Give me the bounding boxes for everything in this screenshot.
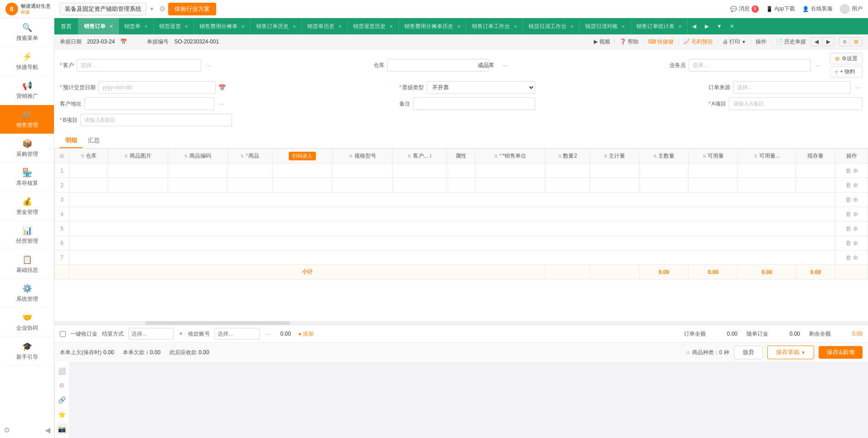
solution-button[interactable]: 体验行业方案	[168, 3, 216, 15]
tab-sales-order[interactable]: 销售订单 ✕	[78, 18, 119, 34]
row-qty2-1[interactable]	[545, 164, 590, 178]
sidebar-item-operations[interactable]: 📊 经营管理	[0, 221, 54, 250]
row-qty2-2[interactable]	[545, 178, 590, 193]
user-item[interactable]: 用户	[840, 4, 863, 14]
copy-btn-7[interactable]: ⊕	[853, 254, 858, 261]
order-source-input[interactable]	[733, 81, 851, 94]
next-record-btn[interactable]: ▶	[823, 38, 834, 46]
settings-float-btn[interactable]: ⚙ ⚙设置	[830, 53, 863, 64]
sidebar-item-basic[interactable]: 📋 基础信息	[0, 250, 54, 279]
right-panel-btn-5[interactable]: 📷	[57, 424, 68, 434]
app-download-item[interactable]: 📱 App下载	[766, 5, 795, 13]
tab-close-sales-order[interactable]: ✕	[109, 24, 113, 29]
tab-order-history[interactable]: 销售订单历史 ✕	[251, 18, 302, 34]
right-panel-btn-1[interactable]: ⬜	[57, 366, 68, 376]
list-view-btn[interactable]: ≡	[839, 38, 850, 46]
print-action[interactable]: 🖨 打印 ▼	[723, 38, 746, 46]
row-available2-1[interactable]	[738, 164, 796, 178]
tab-summary[interactable]: 汇总	[82, 134, 105, 148]
draft-button[interactable]: 保存草稿 ▼	[767, 346, 815, 359]
sidebar-item-finance[interactable]: 💰 资金管理	[0, 192, 54, 221]
message-item[interactable]: 💬 消息 9	[730, 5, 759, 13]
row-unit-2[interactable]	[475, 178, 545, 193]
operate-action[interactable]: 操作	[756, 38, 766, 46]
project-b-input[interactable]	[80, 114, 232, 126]
tab-sales-history[interactable]: 销货单历史 ✕	[302, 18, 348, 34]
copy-btn-5[interactable]: ⊕	[853, 225, 858, 232]
tab-prev-arrow[interactable]: ◀	[688, 18, 700, 34]
online-support-item[interactable]: 👤 在线客服	[802, 5, 833, 13]
sidebar-item-guide[interactable]: 🎓 新手引导	[0, 337, 54, 366]
th-scan[interactable]: 扫码录入	[272, 149, 333, 164]
row-scan-2[interactable]	[272, 178, 333, 193]
preview-action[interactable]: ▶ 视频	[594, 38, 610, 46]
delete-btn-1[interactable]: 🗑	[845, 167, 851, 174]
tab-close-sales-history[interactable]: ✕	[338, 24, 342, 29]
tab-close-daily-clear[interactable]: ✕	[570, 24, 574, 29]
method-dropdown-icon[interactable]: ▼	[178, 331, 184, 337]
tab-detail[interactable]: 明细	[60, 134, 82, 148]
bank-account-input[interactable]	[214, 328, 260, 340]
row-code-2[interactable]	[168, 178, 228, 193]
sidebar-item-marketing[interactable]: 📢 营销推广	[0, 76, 54, 105]
tab-close-return-goods[interactable]: ✕	[184, 24, 188, 29]
row-unit-1[interactable]	[475, 164, 545, 178]
delete-btn-2[interactable]: 🗑	[845, 182, 851, 188]
sidebar-item-quick[interactable]: ⚡ 快捷导航	[0, 47, 54, 76]
copy-btn-6[interactable]: ⊕	[853, 240, 858, 246]
row-image-1[interactable]	[108, 164, 168, 178]
copy-btn-4[interactable]: ⊕	[853, 211, 858, 217]
tab-daily-clear[interactable]: 钱贷日清工作台 ✕	[523, 18, 580, 34]
row-attr-2[interactable]	[446, 178, 475, 193]
row-available2-2[interactable]	[738, 178, 796, 193]
delete-btn-7[interactable]: 🗑	[845, 254, 851, 261]
row-stock-1[interactable]	[796, 164, 835, 178]
invoice-select[interactable]: 不开票	[427, 81, 535, 94]
row-available-2[interactable]	[689, 178, 738, 193]
th-settings[interactable]: ⚙	[55, 149, 69, 164]
row-customer-code-2[interactable]	[393, 178, 446, 193]
system-dropdown-icon[interactable]: ▼	[149, 6, 155, 12]
sidebar-item-enterprise[interactable]: 🤝 企业协同	[0, 308, 54, 337]
tab-close-order-history[interactable]: ✕	[292, 24, 296, 29]
project-a-input[interactable]	[729, 97, 863, 110]
row-main-qty-1[interactable]	[639, 164, 689, 178]
row-scan-1[interactable]	[272, 164, 333, 178]
system-title[interactable]: 装备及固定资产辅助管理系统	[60, 3, 146, 15]
delivery-calendar-icon[interactable]: 📅	[218, 84, 226, 91]
customer-more-icon[interactable]: ···	[204, 62, 213, 69]
tab-return-goods[interactable]: 销货退货 ✕	[154, 18, 194, 34]
right-panel-btn-3[interactable]: 🔗	[57, 395, 68, 405]
row-attr-1[interactable]	[446, 164, 475, 178]
calendar-icon[interactable]: 📅	[120, 39, 127, 45]
sidebar-settings-icon[interactable]: ⚙	[4, 426, 10, 434]
tab-return-history[interactable]: 销货退货历史 ✕	[348, 18, 399, 34]
sidebar-item-search[interactable]: 🔍 搜索菜单	[0, 18, 54, 47]
tab-close-order-workbench[interactable]: ✕	[514, 24, 517, 29]
sidebar-item-sales[interactable]: 🛒 销售管理	[0, 105, 54, 134]
right-panel-btn-4[interactable]: ⭐	[57, 409, 68, 420]
delivery-input[interactable]	[98, 81, 216, 94]
tab-close-all[interactable]: ✕	[726, 18, 738, 34]
row-code-1[interactable]	[168, 164, 228, 178]
discard-button[interactable]: 放弃	[734, 346, 763, 359]
draft-dropdown-icon[interactable]: ▼	[801, 350, 805, 355]
prev-record-btn[interactable]: ◀	[811, 38, 823, 46]
row-main-unit-2[interactable]	[590, 178, 639, 193]
delete-btn-5[interactable]: 🗑	[845, 225, 851, 232]
sidebar-item-system[interactable]: ⚙️ 系统管理	[0, 279, 54, 308]
copy-btn-3[interactable]: ⊕	[853, 196, 858, 203]
tab-home[interactable]: 首页	[54, 18, 78, 34]
copy-btn-1[interactable]: ⊕	[853, 167, 858, 174]
row-spec-1[interactable]	[333, 164, 393, 178]
copy-btn-2[interactable]: ⊕	[853, 182, 858, 188]
row-main-qty-2[interactable]	[639, 178, 689, 193]
profit-action[interactable]: 📈 毛利预告	[683, 38, 713, 46]
tab-sales-return[interactable]: 销货单 ✕	[119, 18, 154, 34]
sidebar-item-purchase[interactable]: 📦 采购管理	[0, 134, 54, 163]
tab-close-expense-history[interactable]: ✕	[457, 24, 461, 29]
row-stock-2[interactable]	[796, 178, 835, 193]
shortcut-action[interactable]: ⌨ 快捷键	[648, 38, 674, 46]
tab-next-arrow[interactable]: ▶	[700, 18, 713, 34]
save-button[interactable]: 保存&新增	[819, 346, 863, 359]
